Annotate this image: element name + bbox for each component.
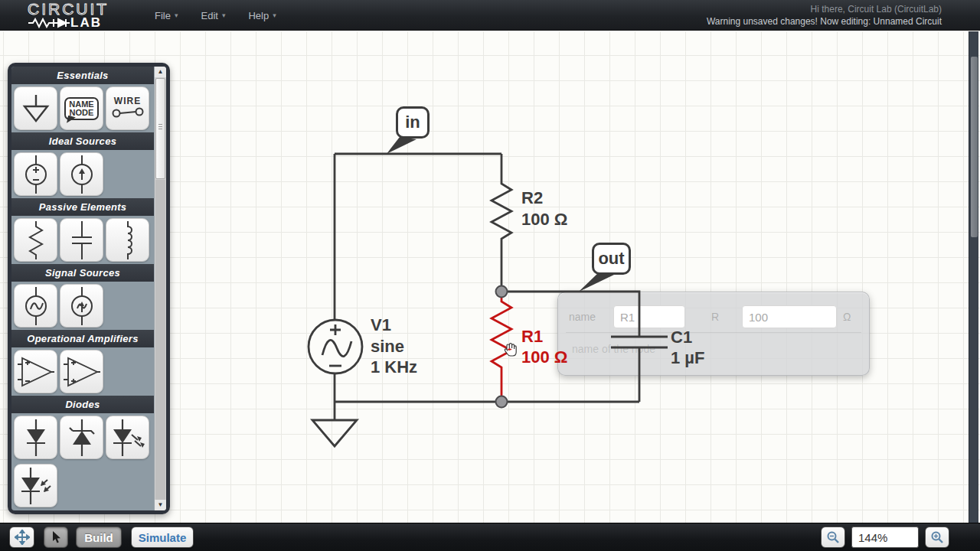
logo-text-circuit: CIRCUIT [28, 2, 142, 17]
chevron-down-icon: ▾ [273, 11, 276, 19]
user-greeting[interactable]: Hi there, Circuit Lab (CircuitLab) [707, 3, 942, 15]
palette-voltage-source-button[interactable] [14, 152, 57, 196]
name-node-icon: NAME NODE [64, 97, 98, 120]
section-diodes: Diodes [11, 396, 154, 413]
palette-scrollbar-thumb[interactable] [155, 78, 165, 179]
top-menu-bar: CIRCUIT LAB File ▾ Edit ▾ Help ▾ Hi ther… [0, 0, 980, 31]
palette-voltage-signal-source-button[interactable] [14, 284, 57, 328]
menu-file[interactable]: File ▾ [150, 7, 182, 24]
palette-zener-diode-button[interactable] [60, 416, 103, 459]
palette-current-source-button[interactable] [60, 152, 103, 196]
sine-voltage-source-icon [24, 286, 48, 326]
zener-diode-icon [67, 418, 96, 458]
component-name-input[interactable] [613, 305, 685, 328]
palette-opamp-alt-button[interactable] [60, 350, 103, 393]
ohm-unit-label: Ω [843, 311, 851, 323]
node-label-out[interactable]: out [592, 243, 631, 275]
zoom-in-button[interactable] [925, 527, 949, 548]
palette-inductor-button[interactable] [106, 218, 149, 262]
component-palette: Essentials NAME NODE WIRE [8, 63, 170, 514]
palette-current-signal-source-button[interactable] [60, 284, 103, 328]
circuitlab-logo[interactable]: CIRCUIT LAB [28, 2, 142, 31]
build-mode-button[interactable]: Build [76, 527, 122, 548]
palette-name-node-button[interactable]: NAME NODE [60, 86, 103, 130]
dialog-hint-text: name of the node [572, 343, 655, 355]
section-signal-sources: Signal Sources [11, 264, 154, 282]
c1-value-label[interactable]: 1 µF [671, 348, 704, 368]
logo-text-lab: LAB [70, 17, 102, 29]
opamp-alt-icon [64, 356, 100, 388]
r2-ref-label[interactable]: R2 [521, 188, 543, 208]
v1-ref-label[interactable]: V1 [371, 315, 391, 335]
sine-current-source-icon [70, 286, 94, 326]
chevron-down-icon: ▾ [222, 11, 226, 19]
cursor-arrow-icon [50, 530, 62, 544]
wire-icon: WIRE [112, 96, 144, 122]
inductor-icon [118, 220, 138, 260]
palette-wire-button[interactable]: WIRE [106, 86, 149, 130]
section-essentials: Essentials [11, 67, 154, 84]
zoom-out-magnifier-icon [826, 530, 840, 544]
led-icon [111, 418, 145, 458]
scroll-down-icon[interactable]: ▼ [155, 500, 166, 510]
select-tool-button[interactable] [44, 527, 68, 548]
palette-capacitor-button[interactable] [60, 218, 103, 262]
opamp-icon [18, 356, 54, 388]
section-passive-elements: Passive Elements [11, 198, 154, 216]
palette-scrollbar[interactable]: ▲ ▼ [154, 67, 166, 510]
c1-ref-label[interactable]: C1 [671, 328, 692, 347]
r1-ref-label[interactable]: R1 [521, 327, 543, 347]
move-tool-button[interactable] [9, 527, 34, 548]
section-ideal-sources: Ideal Sources [11, 132, 154, 150]
section-op-amps: Operational Amplifiers [11, 330, 154, 347]
move-tool-icon [15, 530, 30, 545]
menu-edit[interactable]: Edit ▾ [196, 7, 230, 24]
name-field-label: name [569, 311, 596, 323]
zoom-in-magnifier-icon [930, 530, 944, 544]
resistance-field-label: R [711, 311, 719, 323]
unsaved-changes-status: Warning unsaved changes! Now editing: Un… [707, 15, 942, 28]
component-edit-dialog: name R Ω name of the node [557, 292, 870, 376]
resistance-value-input[interactable] [742, 305, 837, 328]
capacitor-icon [70, 220, 93, 260]
palette-resistor-button[interactable] [14, 218, 57, 262]
node-label-in[interactable]: in [396, 106, 430, 139]
zoom-out-button[interactable] [821, 527, 845, 548]
palette-opamp-button[interactable] [14, 350, 57, 393]
diode-icon [21, 418, 51, 458]
v1-freq-label[interactable]: 1 KHz [371, 357, 417, 377]
palette-photodiode-button[interactable] [14, 464, 57, 507]
canvas-scrollbar-thumb[interactable] [971, 57, 978, 237]
r2-value-label[interactable]: 100 Ω [521, 210, 567, 230]
simulate-mode-button[interactable]: Simulate [131, 527, 194, 548]
palette-ground-button[interactable] [14, 86, 57, 130]
menu-help[interactable]: Help ▾ [243, 7, 280, 24]
photodiode-icon [19, 466, 53, 506]
palette-diode-button[interactable] [14, 416, 57, 459]
ground-icon [21, 93, 51, 125]
palette-led-button[interactable] [106, 416, 149, 459]
resistor-icon [26, 220, 46, 260]
bottom-toolbar: Build Simulate [0, 523, 980, 551]
menu-group: File ▾ Edit ▾ Help ▾ [150, 0, 281, 31]
voltage-source-icon [24, 155, 48, 194]
scroll-up-icon[interactable]: ▲ [155, 67, 166, 77]
zoom-level-input[interactable] [851, 527, 919, 548]
hand-cursor-icon [502, 341, 519, 358]
chevron-down-icon: ▾ [175, 11, 178, 19]
v1-type-label[interactable]: sine [371, 337, 404, 357]
current-source-icon [70, 155, 94, 194]
dialog-divider [566, 332, 861, 333]
canvas-vertical-scrollbar[interactable] [969, 31, 978, 523]
r1-value-label[interactable]: 100 Ω [521, 347, 567, 367]
logo-resistor-diode-icon [28, 18, 70, 28]
